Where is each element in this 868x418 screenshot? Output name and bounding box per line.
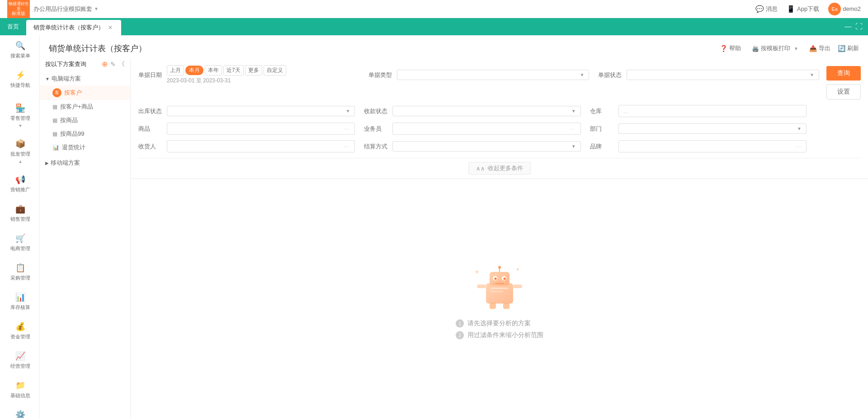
staff-control[interactable]: ··· <box>392 123 580 135</box>
shortcut-custom[interactable]: 自定义 <box>264 65 286 76</box>
sidebar-item-marketing[interactable]: 📢 营销推广 <box>0 169 39 199</box>
export-btn[interactable]: 📤 导出 <box>809 44 830 52</box>
scheme-panel-header: 按以下方案查询 ⊕ ✎ 《 <box>40 58 130 72</box>
tab-close-icon[interactable]: ✕ <box>107 24 114 31</box>
filter-row-3: 商品 ··· 业务员 ··· 部门 <box>138 123 861 135</box>
collapse-scheme-icon[interactable]: 《 <box>118 60 125 68</box>
main-layout: 🔍 搜索菜单 ⚡ 快捷导航 🏪 零售管理 ▼ 📦 批发管理 ▲ 📢 营销推广 💼… <box>0 35 868 418</box>
shortcut-more[interactable]: 更多 <box>245 65 262 76</box>
filter-cell-staff: 业务员 ··· <box>364 123 580 135</box>
doc-type-label: 单据类型 <box>368 71 393 79</box>
message-label: 消息 <box>766 5 778 13</box>
edit-scheme-icon[interactable]: ✎ <box>110 61 116 68</box>
collapse-btn[interactable]: ∧∧ 收起更多条件 <box>468 162 531 175</box>
retail-icon: 🏪 <box>15 103 25 113</box>
return-stat-icon: 📊 <box>52 144 59 151</box>
empty-state: ✦ ✦ 1 请先选择要分析的方案 2 用过滤条件来缩小分析范围 <box>131 179 868 418</box>
user-profile[interactable]: Ea demo2 <box>828 3 861 15</box>
tab-home[interactable]: 首页 <box>0 18 26 35</box>
empty-illustration: ✦ ✦ <box>472 258 527 314</box>
search-menu-label: 搜索菜单 <box>10 52 30 59</box>
filter-cell-doc-status: 单据状态 ▼ <box>598 65 819 85</box>
message-btn[interactable]: 💬 消息 <box>755 5 778 13</box>
doc-type-control[interactable]: ▼ <box>397 70 590 80</box>
settings-button[interactable]: 设置 <box>826 84 861 100</box>
receiver-control[interactable]: ··· <box>167 140 355 152</box>
inventory-icon: 📊 <box>15 292 25 302</box>
sales-label: 销售管理 <box>10 216 30 223</box>
doc-status-control[interactable]: ▼ <box>627 70 819 80</box>
ops-label: 经营管理 <box>10 363 30 370</box>
settlement-control[interactable]: ▼ <box>392 141 580 152</box>
by-customer-label: 按客户 <box>64 89 82 97</box>
app-download-label: App下载 <box>797 5 819 13</box>
sidebar-item-system[interactable]: ⚙️ 系统管理 <box>0 404 39 418</box>
app-title-dropdown[interactable]: 办公用品行业模拟账套 ▼ <box>33 5 99 13</box>
scheme-panel: 按以下方案查询 ⊕ ✎ 《 ▼ 电脑端方案 客 <box>40 58 130 418</box>
scheme-section-mobile-title[interactable]: ▶ 移动端方案 <box>40 156 130 170</box>
sidebar-item-sales[interactable]: 💼 销售管理 <box>0 199 39 228</box>
tab-minimize-icon[interactable]: — <box>844 23 852 31</box>
sidebar-item-ecommerce[interactable]: 🛒 电商管理 <box>0 228 39 257</box>
tab-expand-icon[interactable]: ⛶ <box>855 23 863 31</box>
basic-icon: 📁 <box>15 380 25 390</box>
shortcut-last-month[interactable]: 上月 <box>167 65 184 76</box>
right-panel: 单据日期 上月 本月 本年 近7天 更多 自定义 <box>131 58 868 418</box>
quick-nav-label: 快捷导航 <box>10 82 30 89</box>
dept-control[interactable]: ▼ <box>618 124 807 134</box>
filter-cell-warehouse: 仓库 ... <box>590 105 807 117</box>
query-button[interactable]: 查询 <box>826 66 861 81</box>
app-download-btn[interactable]: 📱 App下载 <box>787 5 819 13</box>
tab-sales-stat[interactable]: 销货单统计计表（按客户） ✕ <box>26 20 121 35</box>
refresh-icon: 🔄 <box>838 45 845 52</box>
goods-control[interactable]: ··· <box>167 123 355 135</box>
sidebar-item-inventory[interactable]: 📊 库存核算 <box>0 287 39 316</box>
sidebar-item-finance[interactable]: 💰 资金管理 <box>0 316 39 346</box>
system-icon: ⚙️ <box>15 410 25 418</box>
scheme-item-return-stat[interactable]: 📊 退货统计 <box>40 141 130 154</box>
svg-rect-13 <box>491 288 509 289</box>
content-area: 销货单统计计表（按客户） ❓ 帮助 🖨️ 按模板打印 ▼ 📤 导出 🔄 刷 <box>40 35 868 418</box>
print-btn[interactable]: 🖨️ 按模板打印 ▼ <box>748 43 802 54</box>
sidebar-item-quick-nav[interactable]: ⚡ 快捷导航 <box>0 65 39 94</box>
help-btn[interactable]: ❓ 帮助 <box>720 44 741 52</box>
empty-tip-1: 1 请先选择要分析的方案 <box>456 319 543 328</box>
sidebar-item-basic[interactable]: 📁 基础信息 <box>0 375 39 404</box>
topbar-right: 💬 消息 📱 App下载 Ea demo2 <box>755 3 861 15</box>
shortcut-this-year[interactable]: 本年 <box>205 65 222 76</box>
shortcut-this-month[interactable]: 本月 <box>185 66 203 75</box>
logo[interactable]: 畅捷通好生意 标准版 <box>7 0 30 18</box>
empty-tips: 1 请先选择要分析的方案 2 用过滤条件来缩小分析范围 <box>456 319 543 339</box>
sidebar-item-search-menu[interactable]: 🔍 搜索菜单 <box>0 35 39 65</box>
scheme-section-desktop-title[interactable]: ▼ 电脑端方案 <box>40 72 130 86</box>
warehouse-control[interactable]: ... <box>618 105 807 117</box>
scheme-item-by-customer-goods[interactable]: ▦ 按客户+商品 <box>40 100 130 114</box>
filter-cell-brand: 品牌 ··· <box>590 140 807 152</box>
scheme-item-by-goods[interactable]: ▦ 按商品 <box>40 114 130 127</box>
ship-status-control[interactable]: ▼ <box>167 106 355 116</box>
print-dropdown-icon[interactable]: ▼ <box>794 46 798 51</box>
sidebar-item-retail[interactable]: 🏪 零售管理 ▼ <box>0 98 39 133</box>
svg-text:✦: ✦ <box>474 268 480 276</box>
purchase-icon: 📋 <box>15 263 25 273</box>
sidebar-item-wholesale[interactable]: 📦 批发管理 ▲ <box>0 133 39 169</box>
sidebar-item-purchase[interactable]: 📋 采购管理 <box>0 257 39 287</box>
brand-control[interactable]: ··· <box>618 140 807 152</box>
receipt-status-dropdown-icon: ▼ <box>571 109 576 114</box>
refresh-btn[interactable]: 🔄 刷新 <box>838 44 859 52</box>
receiver-label: 收货人 <box>138 142 163 151</box>
dept-dropdown-icon: ▼ <box>797 126 802 131</box>
ship-status-dropdown-icon: ▼ <box>345 109 350 114</box>
filter-content-area: 按以下方案查询 ⊕ ✎ 《 ▼ 电脑端方案 客 <box>40 58 868 418</box>
ecommerce-icon: 🛒 <box>15 233 25 243</box>
search-menu-icon: 🔍 <box>15 41 25 51</box>
add-scheme-icon[interactable]: ⊕ <box>102 60 108 68</box>
print-icon: 🖨️ <box>752 45 759 52</box>
receipt-status-control[interactable]: ▼ <box>392 106 580 116</box>
scheme-item-by-customer[interactable]: 客 按客户 <box>40 86 130 100</box>
sidebar: 🔍 搜索菜单 ⚡ 快捷导航 🏪 零售管理 ▼ 📦 批发管理 ▲ 📢 营销推广 💼… <box>0 35 40 418</box>
scheme-item-by-goods-99[interactable]: ▦ 按商品99 <box>40 127 130 141</box>
page-header: 销货单统计计表（按客户） ❓ 帮助 🖨️ 按模板打印 ▼ 📤 导出 🔄 刷 <box>40 35 868 58</box>
sidebar-item-ops[interactable]: 📈 经营管理 <box>0 346 39 375</box>
shortcut-7days[interactable]: 近7天 <box>223 65 244 76</box>
